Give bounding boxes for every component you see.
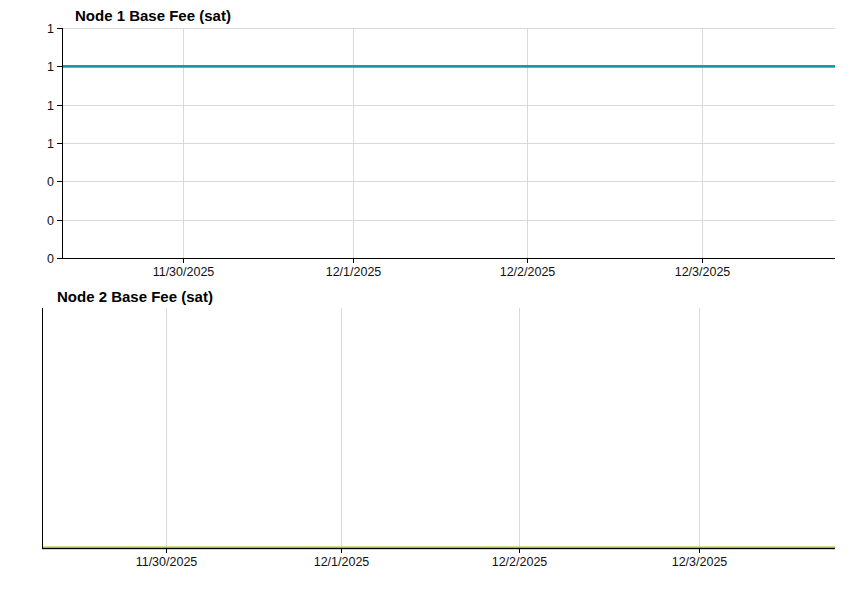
y-tick-label: 1	[47, 60, 54, 74]
x-tick-label: 12/2/2025	[492, 555, 548, 569]
node1-chart-plot: 11/30/202512/1/202512/2/202512/3/2025111…	[47, 22, 835, 279]
y-tick-label: 0	[47, 252, 54, 266]
x-tick-label: 12/3/2025	[675, 265, 731, 279]
x-tick-label: 12/3/2025	[672, 555, 728, 569]
y-tick-label: 0	[47, 175, 54, 189]
x-tick-label: 12/1/2025	[326, 265, 382, 279]
y-tick-label: 1	[47, 137, 54, 151]
charts-canvas: 11/30/202512/1/202512/2/202512/3/2025111…	[0, 0, 860, 600]
x-tick-label: 11/30/2025	[153, 265, 215, 279]
page: Node 1 Base Fee (sat) Node 2 Base Fee (s…	[0, 0, 860, 600]
y-tick-label: 1	[47, 99, 54, 113]
x-tick-label: 11/30/2025	[136, 555, 198, 569]
x-tick-label: 12/1/2025	[314, 555, 370, 569]
y-tick-label: 1	[47, 22, 54, 36]
y-tick-label: 0	[47, 214, 54, 228]
x-tick-label: 12/2/2025	[500, 265, 556, 279]
node2-chart-plot: 11/30/202512/1/202512/2/202512/3/2025	[42, 308, 835, 569]
